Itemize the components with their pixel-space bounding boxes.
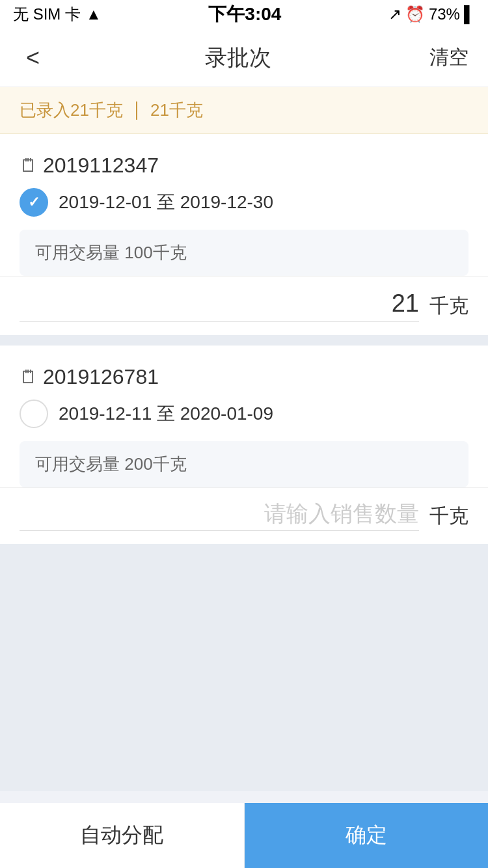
back-button[interactable]: < [20, 38, 46, 78]
empty-area [0, 544, 488, 791]
batch-item-1: 🗒 2019112347 2019-12-01 至 2019-12-30 可用交… [0, 134, 488, 276]
batch-item-2: 🗒 2019126781 2019-12-11 至 2020-01-09 可用交… [0, 346, 488, 487]
batch-id-1: 2019112347 [43, 154, 159, 178]
confirm-button[interactable]: 确定 [245, 803, 489, 868]
radio-btn-2[interactable] [20, 400, 48, 428]
batch-header-1: 🗒 2019112347 [20, 154, 468, 178]
batch-available-2: 可用交易量 200千克 [20, 441, 468, 487]
quantity-value-1: 21 [392, 290, 419, 318]
status-bar: 无 SIM 卡 ▲ 下午3:04 ↗ ⏰ 73% ▌ [0, 0, 488, 29]
page-title: 录批次 [205, 43, 271, 73]
battery-icon: ▌ [464, 5, 475, 23]
battery-text: 73% [429, 5, 460, 23]
batch-date-2: 2019-12-11 至 2020-01-09 [59, 401, 273, 426]
auto-distribute-button[interactable]: 自动分配 [0, 803, 245, 868]
info-label: 已录入21千克 [20, 99, 123, 122]
batch-icon-2: 🗒 [20, 366, 38, 388]
batch-header-2: 🗒 2019126781 [20, 365, 468, 389]
clear-button[interactable]: 清空 [429, 44, 468, 71]
bottom-bar: 自动分配 确定 [0, 803, 488, 868]
quantity-unit-2: 千克 [429, 503, 468, 530]
batch-date-1: 2019-12-01 至 2019-12-30 [59, 190, 273, 215]
carrier-text: 无 SIM 卡 [13, 4, 81, 25]
batch-date-row-1: 2019-12-01 至 2019-12-30 [20, 188, 468, 217]
batch-id-2: 2019126781 [43, 365, 159, 389]
quantity-unit-1: 千克 [429, 293, 468, 319]
page-content: 已录入21千克 21千克 🗒 2019112347 2019-12-01 至 2… [0, 87, 488, 856]
wifi-icon: ▲ [86, 5, 102, 23]
batch-date-row-2: 2019-12-11 至 2020-01-09 [20, 400, 468, 428]
quantity-row-2: 千克 [0, 487, 488, 544]
status-left: 无 SIM 卡 ▲ [13, 4, 102, 25]
batch-icon-1: 🗒 [20, 155, 38, 176]
radio-btn-1[interactable] [20, 188, 48, 217]
info-banner: 已录入21千克 21千克 [0, 87, 488, 134]
location-icon: ↗ [388, 5, 401, 23]
section-divider [0, 335, 488, 346]
nav-bar: < 录批次 清空 [0, 29, 488, 87]
info-divider [136, 102, 137, 120]
status-time: 下午3:04 [208, 2, 281, 27]
batch-available-1: 可用交易量 100千克 [20, 230, 468, 276]
quantity-input-2[interactable] [20, 501, 419, 526]
alarm-icon: ⏰ [405, 5, 425, 23]
quantity-row-1: 21 千克 [0, 276, 488, 335]
info-value: 21千克 [150, 99, 203, 122]
status-right: ↗ ⏰ 73% ▌ [388, 5, 475, 23]
